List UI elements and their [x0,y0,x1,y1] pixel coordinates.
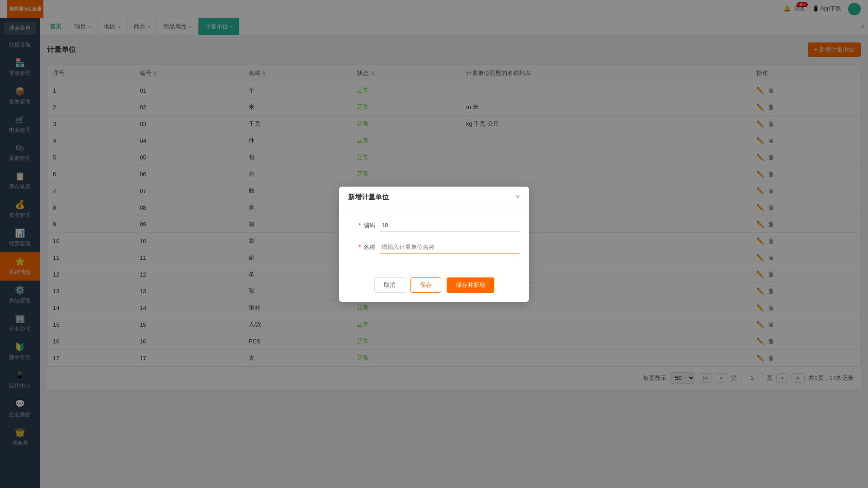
name-input[interactable] [380,241,520,253]
code-label-text: 编码 [363,222,375,229]
cancel-button[interactable]: 取消 [374,277,405,293]
name-label-text: 名称 [363,244,375,250]
save-and-new-button[interactable]: 保存并新增 [447,277,494,293]
name-form-row: * 名称 [348,241,520,253]
code-label: * 编码 [348,221,375,230]
dialog-body: * 编码 * 名称 [339,208,529,270]
modal-overlay[interactable]: 新增计量单位 × * 编码 * 名称 取消 保存 保存并新增 [0,0,868,488]
required-mark: * [359,244,361,250]
add-unit-dialog: 新增计量单位 × * 编码 * 名称 取消 保存 保存并新增 [339,187,529,302]
name-label: * 名称 [348,243,375,251]
dialog-title: 新增计量单位 [348,193,389,202]
dialog-close-button[interactable]: × [516,193,520,201]
dialog-footer: 取消 保存 保存并新增 [339,270,529,302]
required-mark: * [359,222,361,229]
code-form-row: * 编码 [348,219,520,232]
save-button[interactable]: 保存 [410,277,441,293]
dialog-header: 新增计量单位 × [339,187,529,208]
code-input[interactable] [380,219,520,232]
